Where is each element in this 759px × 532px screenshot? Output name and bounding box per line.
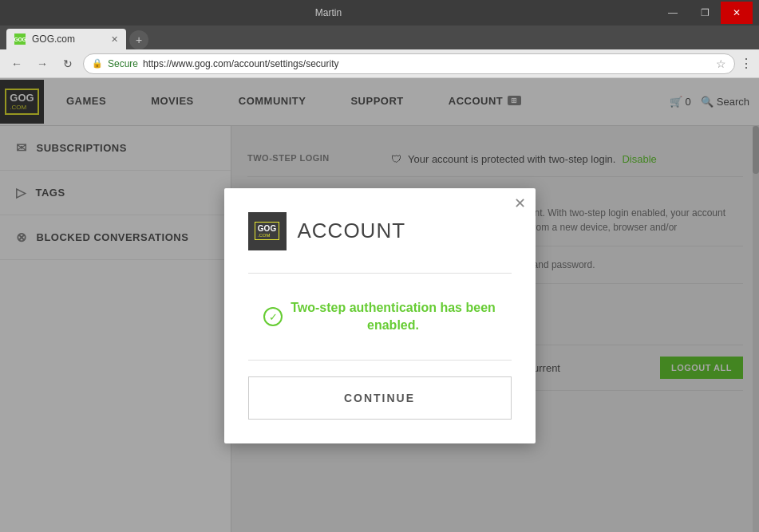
modal-logo-text-bottom: .COM (258, 233, 276, 238)
modal-title: ACCOUNT (298, 219, 406, 243)
url-text: https://www.gog.com/account/settings/sec… (143, 58, 338, 69)
bookmark-icon[interactable]: ☆ (716, 57, 726, 70)
modal-header: GOG .COM ACCOUNT (248, 212, 512, 250)
success-line1: Two-step authentication has been (291, 301, 496, 314)
reload-button[interactable]: ↻ (57, 53, 78, 74)
maximize-button[interactable]: ❒ (689, 2, 721, 24)
modal-success-section: ✓ Two-step authentication has been enabl… (248, 286, 512, 348)
tab-favicon: GOG (14, 33, 26, 45)
success-line2: enabled. (367, 318, 419, 332)
check-icon: ✓ (269, 311, 278, 323)
modal-divider (248, 273, 512, 274)
close-button[interactable]: ✕ (721, 2, 753, 24)
success-text: Two-step authentication has been enabled… (291, 299, 496, 335)
tab-title: GOG.com (32, 33, 75, 45)
modal-close-button[interactable]: ✕ (514, 196, 526, 211)
modal-continue-button[interactable]: CONTINUE (248, 376, 512, 420)
forward-button[interactable]: → (32, 53, 53, 74)
address-bar[interactable]: 🔒 Secure https://www.gog.com/account/set… (83, 53, 735, 74)
user-label: Martin (315, 7, 342, 18)
minimize-button[interactable]: — (657, 2, 689, 24)
modal-dialog: ✕ GOG .COM ACCOUNT ✓ Two-step authen (224, 188, 536, 444)
check-circle-icon: ✓ (263, 307, 283, 326)
modal-logo: GOG .COM (248, 212, 287, 250)
new-tab-button[interactable]: + (129, 30, 148, 49)
browser-menu-icon[interactable]: ⋮ (740, 56, 753, 71)
tab-close-icon[interactable]: ✕ (111, 34, 118, 45)
browser-tab[interactable]: GOG GOG.com ✕ (6, 29, 126, 49)
modal-divider-2 (248, 360, 512, 361)
modal-logo-text-top: GOG (258, 224, 276, 233)
secure-label: Secure (108, 58, 138, 69)
secure-icon: 🔒 (92, 58, 103, 69)
modal-overlay: ✕ GOG .COM ACCOUNT ✓ Two-step authen (0, 78, 759, 532)
back-button[interactable]: ← (6, 53, 27, 74)
